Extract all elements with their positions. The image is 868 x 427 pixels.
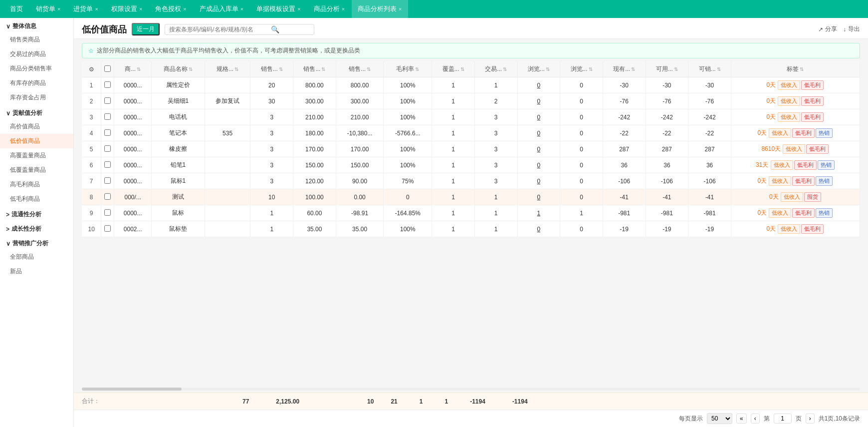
sidebar-group-liquidity[interactable]: > 流通性分析: [0, 206, 73, 221]
period-button[interactable]: 近一月: [132, 23, 160, 35]
sidebar-group-marketing[interactable]: ∨ 营销推广分析: [0, 235, 73, 250]
nav-permissions[interactable]: 权限设置 ×: [105, 0, 148, 18]
export-button[interactable]: ↓ 导出: [843, 25, 860, 33]
cell-view1[interactable]: 0: [517, 109, 560, 125]
nav-close-purchase[interactable]: ×: [95, 6, 98, 12]
col-code[interactable]: 商...⇅: [114, 61, 152, 77]
sidebar-item-low-coverage[interactable]: 低覆盖量商品: [0, 163, 73, 177]
col-settings[interactable]: ⚙: [82, 61, 101, 77]
col-s2[interactable]: 销售...⇅: [293, 61, 336, 77]
view-link[interactable]: 0: [537, 130, 541, 137]
nav-close-goods-analysis-list[interactable]: ×: [399, 6, 402, 12]
cell-view1[interactable]: 0: [517, 189, 560, 205]
next-page-btn[interactable]: ›: [806, 414, 815, 424]
cell-view1[interactable]: 0: [517, 221, 560, 237]
search-icon[interactable]: 🔍: [271, 25, 279, 33]
row-checkbox[interactable]: [104, 193, 111, 200]
cell-checkbox[interactable]: [101, 221, 114, 237]
sidebar-item-low-value[interactable]: 低价值商品: [0, 134, 73, 148]
cell-checkbox[interactable]: [101, 93, 114, 109]
col-s1[interactable]: 销售...⇅: [250, 61, 293, 77]
col-trade[interactable]: 交易...⇅: [474, 61, 517, 77]
cell-checkbox[interactable]: [101, 189, 114, 205]
scrollbar-thumb[interactable]: [82, 388, 182, 391]
row-checkbox[interactable]: [104, 129, 111, 136]
nav-close-production[interactable]: ×: [240, 6, 243, 12]
nav-close-roles[interactable]: ×: [183, 6, 186, 12]
share-button[interactable]: ↗ 分享: [818, 25, 837, 33]
cell-checkbox[interactable]: [101, 205, 114, 221]
col-stock1[interactable]: 现有...⇅: [603, 61, 646, 77]
sidebar-group-contribution[interactable]: ∨ 贡献值分析: [0, 105, 73, 119]
sidebar-item-high-margin[interactable]: 高毛利商品: [0, 177, 73, 192]
cell-checkbox[interactable]: [101, 157, 114, 173]
cell-view1[interactable]: 0: [517, 141, 560, 157]
view-link[interactable]: 0: [537, 194, 541, 201]
sidebar-item-traded-goods[interactable]: 交易过的商品: [0, 47, 73, 61]
col-cover[interactable]: 覆盖...⇅: [432, 61, 475, 77]
sidebar-item-high-value[interactable]: 高价值商品: [0, 119, 73, 134]
page-input[interactable]: [774, 414, 792, 424]
sidebar-item-capital[interactable]: 库存资金占用: [0, 90, 73, 105]
sidebar-item-category-rate[interactable]: 商品分类销售率: [0, 61, 73, 76]
nav-production[interactable]: 产成品入库单 ×: [194, 0, 249, 18]
row-checkbox[interactable]: [104, 225, 111, 232]
search-input[interactable]: [169, 26, 269, 33]
col-s3[interactable]: 销售...⇅: [336, 61, 384, 77]
sidebar-group-overview[interactable]: ∨ 整体信息: [0, 18, 73, 32]
col-name[interactable]: 商品名称⇅: [152, 61, 205, 77]
nav-home[interactable]: 首页: [4, 0, 29, 18]
col-spec[interactable]: 规格...⇅: [205, 61, 250, 77]
nav-close-permissions[interactable]: ×: [139, 6, 142, 12]
cell-view1[interactable]: 0: [517, 93, 560, 109]
cell-view1[interactable]: 0: [517, 173, 560, 189]
scrollbar-track[interactable]: [82, 388, 860, 391]
table-container[interactable]: ⚙ 商...⇅ 商品名称⇅ 规格...⇅ 销售...⇅ 销售...⇅ 销售...…: [74, 61, 868, 388]
sidebar-item-stock-goods[interactable]: 有库存的商品: [0, 76, 73, 90]
row-checkbox[interactable]: [104, 209, 111, 216]
sidebar-item-all-goods[interactable]: 全部商品: [0, 250, 73, 264]
sidebar-item-sales-goods[interactable]: 销售类商品: [0, 32, 73, 47]
nav-close-goods-analysis[interactable]: ×: [342, 6, 345, 12]
col-view1[interactable]: 浏览...⇅: [517, 61, 560, 77]
cell-checkbox[interactable]: [101, 109, 114, 125]
col-tags[interactable]: 标签⇅: [731, 61, 860, 77]
per-page-select[interactable]: 50 100 200: [707, 413, 732, 424]
nav-roles[interactable]: 角色授权 ×: [149, 0, 192, 18]
sidebar-item-high-coverage[interactable]: 高覆盖量商品: [0, 148, 73, 163]
cell-view1[interactable]: 0: [517, 125, 560, 141]
row-checkbox[interactable]: [104, 161, 111, 168]
col-gross[interactable]: 毛利率⇅: [384, 61, 432, 77]
sidebar-item-new-goods[interactable]: 新品: [0, 264, 73, 279]
row-checkbox[interactable]: [104, 145, 111, 152]
sidebar-group-growth[interactable]: > 成长性分析: [0, 221, 73, 235]
first-page-btn[interactable]: «: [736, 414, 747, 424]
nav-purchase[interactable]: 进货单 ×: [67, 0, 104, 18]
cell-checkbox[interactable]: [101, 125, 114, 141]
select-all-checkbox[interactable]: [104, 65, 111, 72]
sidebar-item-low-margin[interactable]: 低毛利商品: [0, 192, 73, 206]
prev-page-btn[interactable]: ‹: [751, 414, 760, 424]
row-checkbox[interactable]: [104, 177, 111, 184]
nav-close-sales[interactable]: ×: [57, 6, 60, 12]
cell-view1[interactable]: 0: [517, 157, 560, 173]
row-checkbox[interactable]: [104, 113, 111, 120]
view-link[interactable]: 0: [537, 82, 541, 89]
cell-checkbox[interactable]: [101, 77, 114, 93]
view-link[interactable]: 1: [537, 210, 541, 217]
cell-checkbox[interactable]: [101, 173, 114, 189]
view-link[interactable]: 0: [537, 98, 541, 105]
col-saleable[interactable]: 可销...⇅: [688, 61, 731, 77]
view-link[interactable]: 0: [537, 114, 541, 121]
view-link[interactable]: 0: [537, 162, 541, 169]
cell-view1[interactable]: 0: [517, 77, 560, 93]
nav-template[interactable]: 单据模板设置 ×: [250, 0, 306, 18]
col-view2[interactable]: 浏览...⇅: [560, 61, 603, 77]
nav-goods-analysis[interactable]: 商品分析 ×: [308, 0, 351, 18]
nav-close-template[interactable]: ×: [297, 6, 300, 12]
nav-goods-analysis-list[interactable]: 商品分析列表 ×: [352, 0, 408, 18]
col-stock2[interactable]: 可用...⇅: [646, 61, 688, 77]
view-link[interactable]: 0: [537, 178, 541, 185]
nav-sales[interactable]: 销货单 ×: [30, 0, 66, 18]
row-checkbox[interactable]: [104, 81, 111, 88]
